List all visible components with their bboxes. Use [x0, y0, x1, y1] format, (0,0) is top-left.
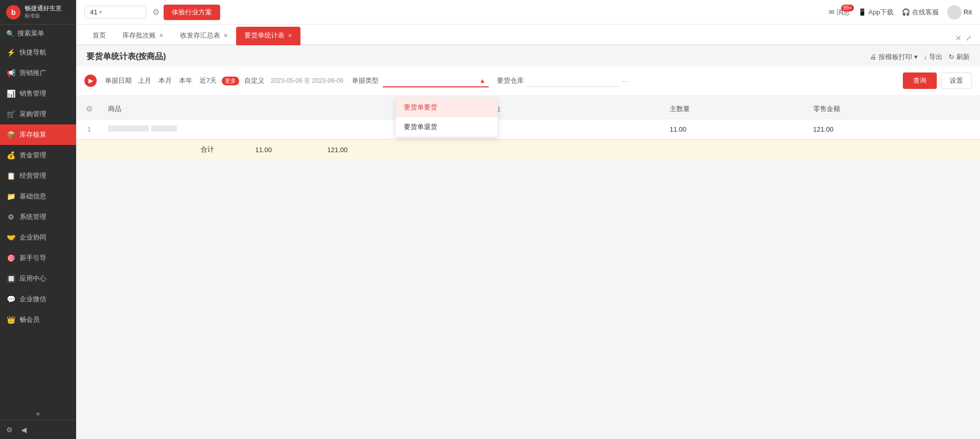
refresh-button[interactable]: ↻ 刷新	[949, 52, 970, 62]
footer-label: 合计	[201, 145, 214, 154]
sidebar-item-label: 企业微信	[20, 295, 46, 304]
sidebar-item-guide[interactable]: 🎯 新手引导	[0, 248, 76, 268]
trial-button[interactable]: 体验行业方案	[164, 5, 220, 20]
export-icon: ↓	[924, 53, 928, 61]
sidebar-item-sales[interactable]: 📊 销售管理	[0, 83, 76, 104]
tab-batch-account-label: 库存批次账	[122, 31, 156, 40]
date-range-display: 2023-05-06 至 2023-06-06	[271, 77, 343, 85]
warehouse-label: 要货仓库	[497, 76, 524, 85]
sidebar-item-quick-nav[interactable]: ⚡ 快捷导航	[0, 42, 76, 63]
sidebar-item-purchase[interactable]: 🛒 采购管理	[0, 104, 76, 124]
tabs-bar: 首页 库存批次账 ✕ 收发存汇总表 ✕ 要货单统计表 ✕ ✕ ⤢	[76, 25, 980, 45]
tab-batch-account-close[interactable]: ✕	[159, 32, 164, 39]
doc-type-input[interactable]	[383, 75, 489, 87]
sidebar-item-label: 应用中心	[20, 274, 46, 283]
phone-icon: 📱	[858, 8, 866, 16]
tab-receive-summary-close[interactable]: ✕	[223, 32, 228, 39]
store-selector[interactable]: 41 ▾	[84, 6, 146, 19]
operations-icon: 📋	[6, 172, 15, 180]
date-btn-custom[interactable]: 自定义	[242, 75, 266, 86]
goods-placeholder	[108, 125, 149, 132]
tab-order-stats[interactable]: 要货单统计表 ✕	[236, 27, 300, 45]
dropdown-item-order-return[interactable]: 要货单退货	[396, 117, 497, 137]
print-chevron-icon: ▾	[914, 53, 918, 61]
sidebar-search[interactable]: 🔍 搜索菜单	[0, 25, 76, 42]
th-amount: 零售金额	[807, 99, 980, 119]
sidebar-item-label: 基础信息	[20, 192, 46, 201]
warehouse-more-icon[interactable]: ···	[622, 77, 628, 85]
sidebar-item-enterprise[interactable]: 🤝 企业协同	[0, 227, 76, 248]
sidebar-item-marketing[interactable]: 📢 营销推广	[0, 63, 76, 83]
messages-button[interactable]: ✉ 消息 99+	[829, 8, 850, 17]
marketing-icon: 📢	[6, 69, 15, 77]
dropdown-item-order-goods[interactable]: 要货单要货	[396, 98, 497, 117]
sidebar-item-system[interactable]: ⚙ 系统管理	[0, 207, 76, 227]
date-btn-this-month[interactable]: 本月	[156, 75, 174, 86]
sidebar-item-label: 采购管理	[20, 109, 46, 119]
tab-home-label: 首页	[93, 31, 106, 40]
message-badge: 99+	[841, 5, 854, 11]
date-btn-this-year[interactable]: 本年	[177, 75, 194, 86]
goods-placeholder-2	[151, 125, 177, 132]
sidebar-item-app-center[interactable]: 🔲 应用中心	[0, 268, 76, 289]
sidebar-item-basic-info[interactable]: 📁 基础信息	[0, 186, 76, 207]
page-header: 要货单统计表(按商品) 🖨 按模板打印 ▾ ↓ 导出 ↻ 刷新	[76, 45, 980, 66]
sidebar-item-label: 营销推广	[20, 68, 46, 78]
tabs-expand-icon[interactable]: ⤢	[966, 34, 972, 42]
guide-icon: 🎯	[6, 254, 15, 262]
tabs-close-all-icon[interactable]: ✕	[955, 34, 961, 42]
tab-order-stats-close[interactable]: ✕	[288, 32, 292, 39]
basic-info-icon: 📁	[6, 192, 15, 200]
topbar-left: 41 ▾ ⚙ 体验行业方案	[84, 5, 823, 20]
sidebar-settings-icon[interactable]: ⚙	[6, 426, 13, 434]
query-button[interactable]: 查询	[903, 72, 937, 89]
sidebar-item-label: 库存核算	[20, 130, 46, 139]
sidebar-item-inventory[interactable]: 📦 库存核算	[0, 124, 76, 145]
doc-type-select-wrapper: ▲	[383, 75, 489, 87]
th-quantity: 主数量	[664, 99, 807, 119]
print-template-label: 按模板打印	[879, 52, 912, 62]
print-template-button[interactable]: 🖨 按模板打印 ▾	[870, 52, 918, 62]
filter-expand-button[interactable]: ▶	[84, 75, 97, 87]
members-icon: 👑	[6, 316, 15, 324]
topbar-settings-icon[interactable]: ⚙	[152, 7, 159, 17]
sidebar-item-operations[interactable]: 📋 经营管理	[0, 166, 76, 186]
export-button[interactable]: ↓ 导出	[924, 52, 943, 62]
table-footer: 合计 11.00 121.00	[76, 139, 980, 159]
sidebar-item-label: 销售管理	[20, 89, 46, 98]
topbar: 41 ▾ ⚙ 体验行业方案 ✉ 消息 99+ 📱 App下载 🎧 在线客服 R	[76, 0, 980, 25]
warehouse-filter-group: 要货仓库 ···	[497, 75, 628, 87]
sidebar-collapse-icon[interactable]: ◀	[21, 426, 27, 434]
date-btn-last-month[interactable]: 上月	[136, 75, 153, 86]
sidebar-item-wechat[interactable]: 💬 企业微信	[0, 289, 76, 309]
content-area: 要货单统计表(按商品) 🖨 按模板打印 ▾ ↓ 导出 ↻ 刷新	[76, 45, 980, 439]
tab-receive-summary[interactable]: 收发存汇总表 ✕	[172, 27, 236, 45]
logo-area: b 畅捷通好生意 标准版	[0, 0, 76, 25]
doc-type-dropdown: 要货单要货 要货单退货	[395, 97, 498, 137]
data-table: ⚙ 商品 主计量单位 主数量 零售金额 1	[76, 99, 980, 139]
warehouse-input[interactable]	[526, 75, 620, 87]
filter-settings-button[interactable]: 设置	[941, 72, 972, 89]
online-service-button[interactable]: 🎧 在线客服	[902, 8, 939, 17]
message-icon: ✉	[829, 8, 834, 16]
date-btn-7days[interactable]: 近7天	[198, 75, 219, 86]
main-area: 41 ▾ ⚙ 体验行业方案 ✉ 消息 99+ 📱 App下载 🎧 在线客服 R	[76, 0, 980, 439]
tab-batch-account[interactable]: 库存批次账 ✕	[114, 27, 172, 45]
inventory-icon: 📦	[6, 131, 15, 139]
sales-icon: 📊	[6, 89, 15, 98]
sidebar-nav: ⚡ 快捷导航 📢 营销推广 📊 销售管理 🛒 采购管理 📦 库存核算 💰 资金管…	[0, 42, 76, 409]
refresh-label: 刷新	[956, 52, 970, 62]
sidebar-item-finance[interactable]: 💰 资金管理	[0, 145, 76, 166]
app-download-button[interactable]: 📱 App下载	[858, 8, 894, 17]
doc-type-filter-group: 单据类型 ▲	[352, 75, 489, 87]
sidebar-item-members[interactable]: 👑 畅会员	[0, 309, 76, 330]
page-title: 要货单统计表(按商品)	[86, 51, 166, 62]
date-filter-group: 单据日期 上月 本月 本年 近7天 更多 自定义 2023-05-06 至 20…	[105, 75, 344, 86]
user-menu[interactable]: Rit	[947, 5, 972, 20]
export-label: 导出	[929, 52, 942, 62]
sidebar: b 畅捷通好生意 标准版 🔍 搜索菜单 ⚡ 快捷导航 📢 营销推广 📊 销售管理…	[0, 0, 76, 439]
sidebar-scroll-down[interactable]: ▼	[0, 409, 76, 420]
th-settings[interactable]: ⚙	[76, 99, 102, 119]
date-btn-more[interactable]: 更多	[222, 77, 239, 85]
tab-home[interactable]: 首页	[84, 27, 114, 45]
